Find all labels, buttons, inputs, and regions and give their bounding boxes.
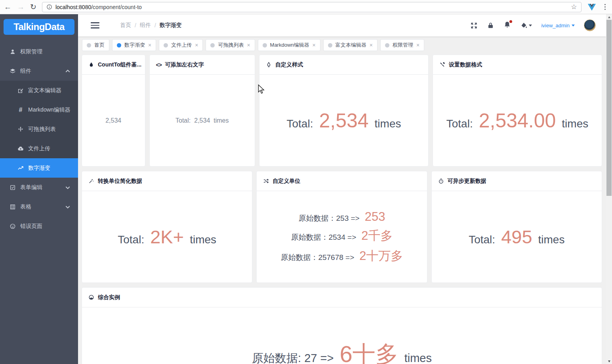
- scrollbar-thumb[interactable]: [606, 20, 612, 196]
- sidebar-item-file-upload[interactable]: 文件上传: [0, 139, 78, 158]
- sidebar-item-tables[interactable]: 表格: [0, 197, 78, 216]
- address-bar[interactable]: localhost:8080/component/count-to ☆: [42, 2, 581, 12]
- shuffle-icon: [263, 178, 269, 184]
- page-tabs-bar: 首页 数字渐变 × 文件上传 × 可拖拽列表 × Markdown编辑器 ×: [78, 36, 606, 54]
- count-to-value: Total: 2K+ times: [118, 226, 216, 248]
- browser-menu-icon[interactable]: [602, 4, 608, 10]
- sad-face-icon: [10, 223, 16, 229]
- grid-icon: [10, 204, 16, 210]
- ink-drop-icon: [266, 62, 272, 68]
- notifications-button[interactable]: [503, 21, 511, 30]
- count-to-value: 原始数据: 27 => 6十多 times: [252, 339, 432, 364]
- person-icon: [10, 49, 16, 55]
- close-icon[interactable]: ×: [148, 42, 151, 48]
- breadcrumb: 首页 / 组件 / 数字渐变: [120, 22, 182, 29]
- breadcrumb-components[interactable]: 组件: [140, 22, 151, 29]
- card-title: 设置数据格式: [433, 55, 602, 75]
- page-scrollbar[interactable]: [606, 14, 612, 364]
- notification-badge: [509, 20, 512, 23]
- sidebar-item-form-editor[interactable]: 表单编辑: [0, 178, 78, 197]
- compose-icon: [17, 87, 24, 94]
- card-title: 自定义样式: [259, 55, 428, 75]
- tab-home[interactable]: 首页: [82, 39, 109, 51]
- card-simplify-unit: 转换单位简化数据 Total: 2K+ times: [82, 171, 252, 283]
- unit-row: 原始数据：2534 => 2千多: [291, 228, 393, 244]
- tab-count-to[interactable]: 数字渐变 ×: [112, 39, 156, 51]
- card-combined-example: 综合实例 原始数据: 27 => 6十多 times: [82, 287, 602, 364]
- avatar[interactable]: [584, 19, 596, 31]
- card-title: 转换单位简化数据: [82, 171, 252, 191]
- sidebar-item-error-pages[interactable]: 错误页面: [0, 216, 78, 236]
- tab-draggable-list[interactable]: 可拖拽列表 ×: [206, 39, 255, 51]
- close-icon[interactable]: ×: [370, 42, 373, 48]
- user-menu[interactable]: iview_admin: [541, 23, 575, 28]
- fullscreen-icon[interactable]: [470, 22, 478, 29]
- tab-permissions[interactable]: 权限管理 ×: [380, 39, 424, 51]
- stopwatch-icon: [438, 178, 444, 184]
- username: iview_admin: [541, 23, 570, 28]
- sidebar-item-components[interactable]: 组件: [0, 61, 78, 81]
- page-content: CountTo组件基... 2,534 <> 可添加左右文字: [78, 54, 606, 364]
- tab-file-upload[interactable]: 文件上传 ×: [159, 39, 203, 51]
- browser-toolbar: ← → ↻ localhost:8080/component/count-to …: [0, 0, 612, 14]
- scrollbar-up-arrow[interactable]: [606, 14, 612, 20]
- card-data-format: 设置数据格式 Total: 2,534.00 times: [433, 55, 602, 167]
- lock-icon[interactable]: [487, 22, 494, 29]
- chevron-up-icon: [65, 68, 71, 74]
- close-icon[interactable]: ×: [247, 42, 250, 48]
- breadcrumb-home[interactable]: 首页: [120, 22, 131, 29]
- forward-icon[interactable]: →: [17, 3, 25, 11]
- url-text: localhost:8080/component/count-to: [55, 4, 142, 10]
- layers-icon: [10, 68, 16, 74]
- unit-row: 原始数据：253 => 253: [299, 210, 385, 224]
- contrast-icon: [88, 294, 94, 300]
- trending-up-icon: [17, 165, 24, 171]
- card-title: CountTo组件基...: [82, 55, 145, 75]
- breadcrumb-current: 数字渐变: [160, 22, 182, 29]
- tab-active-dot: [117, 43, 121, 47]
- tab-dot: [385, 43, 389, 47]
- chevron-down-icon: [65, 204, 71, 210]
- back-icon[interactable]: ←: [4, 3, 11, 11]
- sidebar-item-permissions[interactable]: 权限管理: [0, 42, 78, 61]
- close-icon[interactable]: ×: [313, 42, 316, 48]
- tab-dot: [328, 43, 332, 47]
- sidebar-item-markdown-editor[interactable]: # Markdown编辑器: [0, 100, 78, 119]
- tab-dot: [210, 43, 215, 47]
- hash-icon: #: [17, 106, 24, 114]
- tab-rich-text-editor[interactable]: 富文本编辑器 ×: [323, 39, 377, 51]
- tab-dot: [263, 43, 267, 47]
- vue-devtools-icon[interactable]: [587, 3, 597, 11]
- paint-bucket-icon: [520, 22, 528, 29]
- close-icon[interactable]: ×: [195, 42, 198, 48]
- card-title: 可异步更新数据: [432, 171, 602, 191]
- sidebar-item-draggable-list[interactable]: 可拖拽列表: [0, 119, 78, 139]
- sidebar-toggle-icon[interactable]: [91, 22, 99, 28]
- unit-conversion-list: 原始数据：253 => 253 原始数据：2534 => 2千多 原始数据：25…: [280, 210, 403, 264]
- magic-wand-icon: [88, 178, 94, 184]
- checkbox-icon: [10, 184, 16, 191]
- sidebar-item-count-to[interactable]: 数字渐变: [0, 158, 78, 178]
- sidebar: TalkingData 权限管理 组件 富文本编辑器: [0, 14, 78, 364]
- app-logo[interactable]: TalkingData: [4, 19, 74, 35]
- count-to-value: Total: 2,534 times: [287, 109, 401, 132]
- sidebar-item-rich-text-editor[interactable]: 富文本编辑器: [0, 81, 78, 100]
- count-to-value: Total: 495 times: [469, 226, 564, 248]
- theme-switcher[interactable]: [520, 22, 532, 29]
- count-to-value: 2,534: [105, 117, 121, 124]
- reload-icon[interactable]: ↻: [30, 3, 36, 11]
- card-custom-style: 自定义样式 Total: 2,534 times: [259, 55, 429, 167]
- chevron-down-icon: [529, 25, 532, 27]
- close-icon[interactable]: ×: [416, 42, 419, 48]
- tools-icon: [439, 62, 445, 68]
- count-to-value: Total: 2,534 times: [175, 117, 229, 124]
- page-info-icon[interactable]: [46, 4, 52, 10]
- tab-markdown-editor[interactable]: Markdown编辑器 ×: [258, 39, 320, 51]
- unit-row: 原始数据：257678 => 2十万多: [280, 248, 403, 264]
- card-title: <> 可添加左右文字: [150, 55, 255, 75]
- chevron-down-icon: [572, 25, 575, 27]
- cloud-upload-icon: [17, 146, 24, 152]
- bookmark-star-icon[interactable]: ☆: [571, 3, 577, 11]
- scrollbar-down-arrow[interactable]: [606, 358, 612, 364]
- chevron-down-icon: [65, 184, 71, 191]
